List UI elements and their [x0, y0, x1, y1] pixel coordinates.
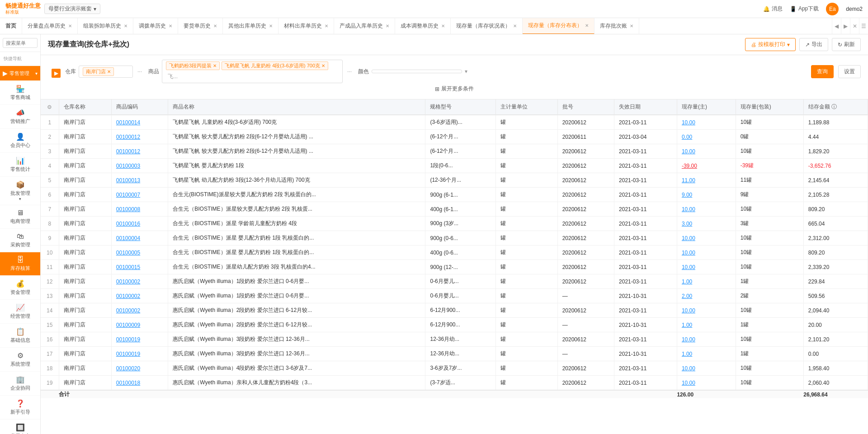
message-btn[interactable]: 🔔 消息: [763, 5, 783, 13]
sidebar-item-purchase[interactable]: 🛍 采购管理: [0, 229, 40, 252]
refresh-btn[interactable]: ↻ 刷新: [832, 38, 861, 51]
cell-stock-main[interactable]: 10.00: [677, 231, 736, 245]
tab-zu-chai[interactable]: 组装拆卸单历史 ✕: [78, 18, 133, 34]
close-icon[interactable]: ✕: [630, 24, 633, 28]
cell-stock-main[interactable]: 10.00: [677, 260, 736, 274]
sidebar-item-guide[interactable]: ❓ 新手引导: [0, 396, 40, 420]
cell-code[interactable]: 00100020: [111, 361, 168, 376]
cell-code[interactable]: 00100019: [111, 347, 168, 361]
nav-menu[interactable]: ☰: [859, 18, 868, 34]
cell-code[interactable]: 00100015: [111, 260, 168, 274]
sidebar-item-stats[interactable]: 📊 零售统计: [0, 153, 40, 177]
cell-stock-main[interactable]: 10.00: [677, 376, 736, 391]
nav-prev[interactable]: ◀: [832, 18, 841, 34]
cell-stock-main[interactable]: 9.00: [677, 188, 736, 202]
cell-code[interactable]: 00100009: [111, 318, 168, 332]
warehouse-more[interactable]: ···: [136, 67, 144, 75]
sidebar-item-finance[interactable]: 💰 资金管理: [0, 276, 40, 300]
tab-cost-adj[interactable]: 成本调整单历史 ✕: [395, 18, 451, 34]
close-icon[interactable]: ✕: [325, 24, 328, 28]
sidebar-item-mktg[interactable]: 📣 营销推广: [0, 105, 40, 129]
cell-stock-main[interactable]: 10.00: [677, 332, 736, 347]
sidebar-item-retail-mgmt[interactable]: ▶ 零售管理 ▾: [0, 66, 40, 81]
cell-code[interactable]: 00100003: [111, 159, 168, 173]
cell-stock-main[interactable]: 1.00: [677, 347, 736, 361]
cell-stock-main[interactable]: 10.00: [677, 115, 736, 130]
cell-code[interactable]: 00100016: [111, 217, 168, 231]
sidebar-item-wholesale[interactable]: 📦 批发管理 ▾: [0, 177, 40, 205]
app-download-btn[interactable]: 📱 App下载: [790, 5, 819, 13]
search-input[interactable]: [3, 38, 38, 48]
close-icon[interactable]: ✕: [585, 23, 589, 28]
remove-product-tag-1[interactable]: ✕: [213, 63, 217, 68]
remove-product-tag-2[interactable]: ✕: [321, 63, 325, 68]
user-name[interactable]: demo2: [846, 6, 863, 12]
tab-yao-huo[interactable]: 要货单历史 ✕: [178, 18, 223, 34]
sidebar-item-ecom[interactable]: 🖥 电商管理: [0, 205, 40, 229]
close-icon[interactable]: ✕: [169, 24, 172, 28]
nav-next[interactable]: ▶: [841, 18, 850, 34]
tab-product-in[interactable]: 产成品入库单历史 ✕: [334, 18, 395, 34]
sidebar-item-appcenter[interactable]: 🔲 应用中心: [0, 420, 40, 434]
cell-code[interactable]: 00100007: [111, 188, 168, 202]
cell-stock-main[interactable]: 0.00: [677, 130, 736, 144]
close-icon[interactable]: ✕: [386, 24, 389, 28]
close-icon[interactable]: ✕: [441, 24, 445, 28]
sidebar-item-member[interactable]: 👤 会员中心: [0, 129, 40, 153]
export-btn[interactable]: ↗ 导出: [799, 38, 828, 51]
avatar[interactable]: Ea: [826, 3, 839, 15]
sidebar-item-operation[interactable]: 📈 经营管理: [0, 300, 40, 324]
nav-close-tab[interactable]: ✕: [850, 18, 859, 34]
close-icon[interactable]: ✕: [269, 24, 273, 28]
cell-code[interactable]: 00100014: [111, 115, 168, 130]
tab-stock-status[interactable]: 现存量（库存状况表） ✕: [451, 18, 523, 34]
cell-stock-main[interactable]: 3.00: [677, 217, 736, 231]
cell-code[interactable]: 00100019: [111, 332, 168, 347]
sidebar-item-inventory[interactable]: 🗄 库存核算: [0, 252, 40, 276]
cell-code[interactable]: 00100002: [111, 303, 168, 318]
cell-stock-main[interactable]: 10.00: [677, 303, 736, 318]
close-icon[interactable]: ✕: [513, 24, 517, 28]
cell-code[interactable]: 00100005: [111, 245, 168, 260]
product-more[interactable]: 飞...: [166, 72, 179, 81]
tab-material-out[interactable]: 材料出库单历史 ✕: [278, 18, 334, 34]
remove-warehouse-tag[interactable]: ✕: [107, 69, 111, 74]
close-icon[interactable]: ✕: [68, 24, 72, 28]
tab-other-out[interactable]: 其他出库单历史 ✕: [223, 18, 278, 34]
cell-stock-main[interactable]: -39.00: [677, 159, 736, 173]
cell-code[interactable]: 00100002: [111, 274, 168, 289]
cell-code[interactable]: 00100012: [111, 144, 168, 159]
print-btn[interactable]: 🖨 按模板打印 ▾: [745, 38, 796, 51]
cell-stock-main[interactable]: 1.00: [677, 274, 736, 289]
cell-code[interactable]: 00100008: [111, 202, 168, 217]
sidebar-item-base[interactable]: 📋 基础信息: [0, 324, 40, 348]
cell-code[interactable]: 00100013: [111, 173, 168, 188]
sidebar-item-retail-mall[interactable]: 🏪 零售商城: [0, 81, 40, 105]
sidebar-item-system[interactable]: ⚙ 系统管理: [0, 348, 40, 372]
close-icon[interactable]: ✕: [124, 24, 127, 28]
cell-stock-main[interactable]: 10.00: [677, 144, 736, 159]
product-tag-group[interactable]: 飞鹤奶粉3段丙提装 ✕ 飞鹤星飞帆 儿童奶粉 4段(3-6岁适用) 700克 ✕…: [162, 60, 343, 83]
cell-stock-main[interactable]: 1.00: [677, 318, 736, 332]
cell-code[interactable]: 00100018: [111, 376, 168, 391]
tab-batch[interactable]: 库存批次账 ✕: [594, 18, 639, 34]
cell-code[interactable]: 00100012: [111, 130, 168, 144]
product-ellipsis[interactable]: ···: [345, 67, 354, 75]
close-icon[interactable]: ✕: [213, 24, 217, 28]
tab-home[interactable]: 首页: [0, 18, 22, 34]
settings-btn[interactable]: 设置: [838, 65, 861, 78]
expand-filter-btn[interactable]: ▶: [52, 69, 61, 78]
query-btn[interactable]: 查询: [811, 65, 834, 78]
tab-fen-pan[interactable]: 分量盘点单历史 ✕: [22, 18, 78, 34]
tab-diao-bo[interactable]: 调拨单历史 ✕: [133, 18, 178, 34]
cell-stock-main[interactable]: 10.00: [677, 361, 736, 376]
warehouse-tag-group[interactable]: 南岸门店 ✕: [79, 66, 133, 78]
cell-code[interactable]: 00100002: [111, 289, 168, 303]
cell-stock-main[interactable]: 10.00: [677, 245, 736, 260]
org-selector[interactable]: 母婴行业演示账套 ▾: [44, 4, 100, 14]
sidebar-item-enterprise[interactable]: 🏢 企业协同: [0, 372, 40, 396]
cell-stock-main[interactable]: 10.00: [677, 202, 736, 217]
color-tag-group[interactable]: [372, 70, 462, 73]
expand-more-conditions[interactable]: ⊞ 展开更多条件: [48, 83, 861, 94]
cell-code[interactable]: 00100004: [111, 231, 168, 245]
